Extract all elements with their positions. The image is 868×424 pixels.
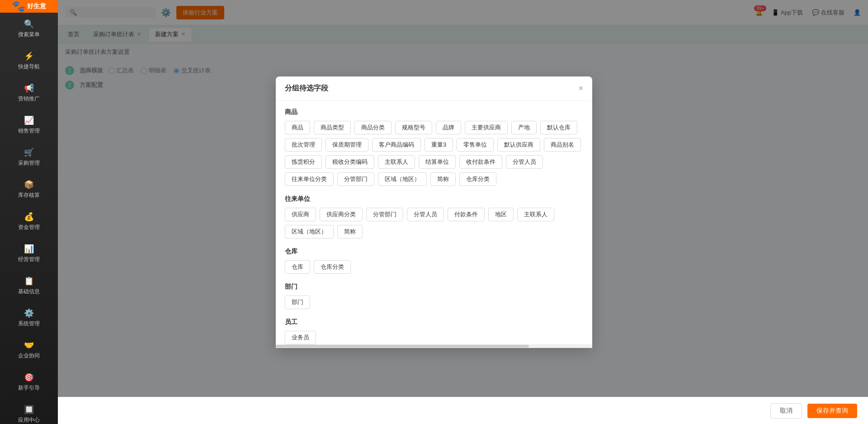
field-chip[interactable]: 部门 bbox=[285, 295, 310, 309]
field-chip[interactable]: 往来单位分类 bbox=[285, 172, 334, 186]
app-logo: 🐾 好生意 bbox=[0, 0, 58, 13]
marketing-icon: 📢 bbox=[24, 83, 34, 93]
sidebar-item-inventory[interactable]: 📦库存核算 bbox=[18, 173, 40, 205]
sidebar-item-label: 基础信息 bbox=[18, 288, 40, 295]
cancel-button[interactable]: 取消 bbox=[770, 403, 802, 419]
section-chips-partner: 供应商供应商分类分管部门分管人员付款条件地区主联系人区域（地区）简称 bbox=[285, 208, 583, 238]
sidebar-item-basic[interactable]: 📋基础信息 bbox=[18, 270, 40, 302]
sidebar-item-label: 采购管理 bbox=[18, 159, 40, 167]
horizontal-scrollbar[interactable] bbox=[276, 344, 592, 348]
dialog-body[interactable]: 商品商品商品类型商品分类规格型号品牌主要供应商产地默认仓库批次管理保质期管理客户… bbox=[276, 101, 592, 344]
field-chip[interactable]: 品牌 bbox=[436, 121, 461, 134]
sidebar-item-quick-nav[interactable]: ⚡快捷导航 bbox=[18, 45, 40, 77]
field-chip[interactable]: 商品别名 bbox=[544, 138, 581, 152]
sidebar-item-label: 快捷导航 bbox=[18, 63, 40, 71]
field-chip[interactable]: 供应商 bbox=[285, 208, 316, 221]
appcenter-icon: 🔲 bbox=[24, 405, 34, 414]
field-chip[interactable]: 付款条件 bbox=[448, 208, 485, 221]
section-product: 商品商品商品类型商品分类规格型号品牌主要供应商产地默认仓库批次管理保质期管理客户… bbox=[285, 108, 583, 186]
field-chip[interactable]: 规格型号 bbox=[395, 121, 432, 134]
sidebar-item-search-menu[interactable]: 🔍搜索菜单 bbox=[18, 13, 40, 45]
field-chip[interactable]: 仓库分类 bbox=[459, 172, 496, 186]
field-chip[interactable]: 重量3 bbox=[425, 138, 453, 152]
sidebar-item-label: 销售管理 bbox=[18, 127, 40, 135]
field-chip[interactable]: 供应商分类 bbox=[320, 208, 363, 221]
sidebar-item-operation[interactable]: 📊经营管理 bbox=[18, 238, 40, 270]
field-chip[interactable]: 分管部门 bbox=[337, 172, 374, 186]
section-department: 部门部门 bbox=[285, 283, 583, 309]
save-button[interactable]: 保存并查询 bbox=[807, 404, 857, 418]
field-chip[interactable]: 收付款条件 bbox=[459, 155, 502, 169]
sidebar-item-appcenter[interactable]: 🔲应用中心 bbox=[18, 398, 40, 424]
sidebar-item-label: 企业协同 bbox=[18, 352, 40, 360]
section-chips-warehouse: 仓库仓库分类 bbox=[285, 260, 583, 274]
section-warehouse: 仓库仓库仓库分类 bbox=[285, 248, 583, 274]
field-chip[interactable]: 主要供应商 bbox=[465, 121, 508, 134]
sidebar-item-guide[interactable]: 🎯新手引导 bbox=[18, 366, 40, 398]
field-chip[interactable]: 商品类型 bbox=[314, 121, 351, 134]
quick-nav-icon: ⚡ bbox=[24, 51, 34, 61]
sidebar-item-purchase[interactable]: 🛒采购管理 bbox=[18, 141, 40, 173]
field-chip[interactable]: 地区 bbox=[488, 208, 514, 221]
sidebar-item-finance[interactable]: 💰资金管理 bbox=[18, 205, 40, 238]
sidebar-item-label: 经营管理 bbox=[18, 256, 40, 263]
field-chip[interactable]: 默认供应商 bbox=[497, 138, 540, 152]
section-title-warehouse: 仓库 bbox=[285, 248, 583, 256]
guide-icon: 🎯 bbox=[24, 372, 34, 382]
operation-icon: 📊 bbox=[24, 244, 34, 254]
sidebar-item-label: 系统管理 bbox=[18, 320, 40, 328]
field-chip[interactable]: 批次管理 bbox=[285, 138, 322, 152]
field-chip[interactable]: 仓库 bbox=[285, 260, 310, 274]
field-chip[interactable]: 主联系人 bbox=[378, 155, 415, 169]
purchase-icon: 🛒 bbox=[24, 148, 34, 157]
sidebar-item-label: 库存核算 bbox=[18, 191, 40, 199]
field-chip[interactable]: 业务员 bbox=[285, 331, 316, 344]
sales-icon: 📈 bbox=[24, 115, 34, 125]
sidebar-item-enterprise[interactable]: 🤝企业协同 bbox=[18, 334, 40, 366]
field-chip[interactable]: 简称 bbox=[430, 172, 456, 186]
field-chip[interactable]: 保质期管理 bbox=[326, 138, 368, 152]
sidebar-item-marketing[interactable]: 📢营销推广 bbox=[18, 77, 40, 109]
field-chip[interactable]: 结算单位 bbox=[419, 155, 456, 169]
section-chips-product: 商品商品类型商品分类规格型号品牌主要供应商产地默认仓库批次管理保质期管理客户商品… bbox=[285, 121, 583, 186]
field-chip[interactable]: 分管人员 bbox=[506, 155, 543, 169]
field-chip[interactable]: 产地 bbox=[511, 121, 537, 134]
logo-text: 好生意 bbox=[27, 2, 46, 10]
field-chip[interactable]: 分管人员 bbox=[407, 208, 444, 221]
field-chip[interactable]: 主联系人 bbox=[517, 208, 554, 221]
field-chip[interactable]: 分管部门 bbox=[366, 208, 403, 221]
enterprise-icon: 🤝 bbox=[24, 340, 34, 350]
dialog-close-button[interactable]: × bbox=[578, 84, 583, 93]
logo-icon: 🐾 bbox=[12, 0, 25, 13]
sidebar-item-label: 应用中心 bbox=[18, 416, 40, 424]
search-menu-icon: 🔍 bbox=[24, 19, 34, 29]
field-chip[interactable]: 区域（地区） bbox=[378, 172, 427, 186]
finance-icon: 💰 bbox=[24, 212, 34, 222]
section-partner: 往来单位供应商供应商分类分管部门分管人员付款条件地区主联系人区域（地区）简称 bbox=[285, 195, 583, 238]
field-chip[interactable]: 简称 bbox=[337, 225, 363, 238]
section-title-department: 部门 bbox=[285, 283, 583, 291]
sidebar-item-label: 营销推广 bbox=[18, 95, 40, 103]
field-chip[interactable]: 默认仓库 bbox=[540, 121, 577, 134]
section-chips-employee: 业务员 bbox=[285, 331, 583, 344]
field-chip[interactable]: 税收分类编码 bbox=[326, 155, 374, 169]
section-chips-department: 部门 bbox=[285, 295, 583, 309]
section-title-product: 商品 bbox=[285, 108, 583, 116]
field-chip[interactable]: 零售单位 bbox=[457, 138, 494, 152]
sidebar-item-label: 搜索菜单 bbox=[18, 31, 40, 38]
sidebar-item-system[interactable]: ⚙️系统管理 bbox=[18, 302, 40, 334]
inventory-icon: 📦 bbox=[24, 180, 34, 190]
basic-icon: 📋 bbox=[24, 276, 34, 286]
field-chip[interactable]: 商品分类 bbox=[354, 121, 392, 134]
field-chip[interactable]: 客户商品编码 bbox=[372, 138, 421, 152]
section-employee: 员工业务员 bbox=[285, 318, 583, 344]
section-title-partner: 往来单位 bbox=[285, 195, 583, 203]
field-chip[interactable]: 商品 bbox=[285, 121, 310, 134]
field-chip[interactable]: 拣货积分 bbox=[285, 155, 322, 169]
page-footer: 取消 保存并查询 bbox=[58, 397, 868, 424]
dialog-title: 分组待选字段 bbox=[285, 84, 328, 93]
field-chip[interactable]: 仓库分类 bbox=[314, 260, 351, 274]
sidebar-item-sales[interactable]: 📈销售管理 bbox=[18, 109, 40, 141]
field-chip[interactable]: 区域（地区） bbox=[285, 225, 334, 238]
scrollbar-thumb bbox=[276, 345, 529, 348]
